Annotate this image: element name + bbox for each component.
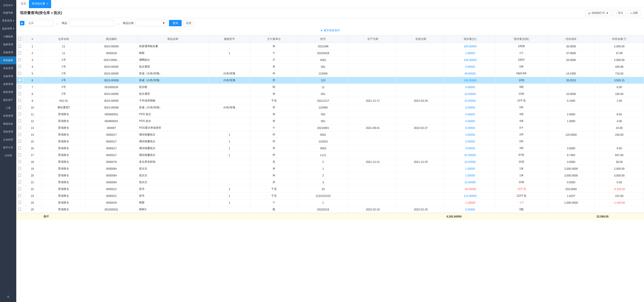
sidebar-item-fixed-assets[interactable]: 固定资产	[0, 96, 16, 104]
sidebar-item-ops[interactable]: 经营管理	[0, 112, 16, 120]
tab-home[interactable]: 首页	[18, 0, 29, 8]
goods-input[interactable]	[69, 20, 114, 26]
row-spec	[208, 118, 250, 125]
row-checkbox[interactable]	[16, 206, 23, 213]
row-checkbox[interactable]	[16, 84, 23, 91]
sidebar-item-finance[interactable]: 资金管理	[0, 64, 16, 72]
row-checkbox[interactable]	[16, 131, 23, 138]
row-stock-main[interactable]: 1.00000	[445, 172, 496, 179]
row-stock-main[interactable]: 3.00000	[445, 145, 496, 152]
row-stock-main[interactable]: 4.00000	[445, 118, 496, 125]
row-checkbox[interactable]	[16, 77, 23, 84]
row-stock-main[interactable]: 1.00000	[445, 50, 496, 57]
row-stock-main[interactable]: 0.00000	[445, 63, 496, 70]
row-checkbox[interactable]	[16, 186, 23, 193]
tab-inventory-batch[interactable]: 库存批次量 ✕	[29, 0, 51, 8]
row-stock-main[interactable]: 2.00000	[445, 131, 496, 138]
row-stock-main[interactable]: 10.00000	[445, 159, 496, 165]
sidebar-item-cloud[interactable]: 云应用	[0, 152, 16, 160]
sidebar-item-new-guide[interactable]: 新手引导	[0, 144, 16, 152]
row-checkbox[interactable]	[16, 111, 23, 118]
row-stock-main[interactable]: 0.00000	[445, 84, 496, 91]
row-checkbox[interactable]	[16, 193, 23, 199]
row-stock-main[interactable]: -1.00000	[445, 199, 496, 206]
row-goods-name: 测啊批次	[137, 57, 208, 63]
row-stock-main[interactable]: 0.00000	[445, 104, 496, 111]
row-checkbox[interactable]	[16, 125, 23, 131]
row-checkbox[interactable]	[16, 138, 23, 145]
sidebar-item-basic-info[interactable]: 基础信息	[0, 120, 16, 128]
row-checkbox[interactable]	[16, 63, 23, 70]
row-stock-main[interactable]: 4.00000	[445, 111, 496, 118]
row-checkbox[interactable]	[16, 104, 23, 111]
row-stock-main[interactable]: -16.00000	[445, 186, 496, 193]
row-warehouse: 晋省路仓	[42, 199, 86, 206]
row-checkbox[interactable]	[16, 91, 23, 97]
sidebar-item-general-ledger[interactable]: 总账管理	[0, 72, 16, 80]
row-stock-main[interactable]: 122.00000	[445, 193, 496, 199]
row-checkbox[interactable]	[16, 172, 23, 179]
row-checkbox[interactable]	[16, 50, 23, 57]
row-checkbox[interactable]	[16, 152, 23, 159]
sidebar-item-hr[interactable]: 工资	[0, 104, 16, 112]
sidebar-item-quick-nav[interactable]: 快捷导航	[0, 9, 16, 17]
row-checkbox[interactable]	[16, 118, 23, 125]
category-select[interactable]: ▼	[136, 20, 167, 26]
warehouse-input[interactable]	[26, 20, 54, 26]
total-amount: 32,589.05	[595, 213, 644, 220]
sidebar-item-tax[interactable]: 税务管理	[0, 88, 16, 96]
row-checkbox[interactable]	[16, 159, 23, 165]
row-checkbox[interactable]	[16, 97, 23, 104]
row-stock-main[interactable]: 49.60000	[445, 70, 496, 77]
row-warehouse: 晋省路仓	[42, 152, 86, 159]
row-stock-main[interactable]: 10.00000	[445, 91, 496, 97]
row-stock-main[interactable]: 0.00000	[445, 125, 496, 131]
sidebar-item-enterprise[interactable]: 企业协同	[0, 136, 16, 144]
row-stock-assist: 1米	[496, 165, 548, 172]
gear-icon[interactable]: ⚙	[5, 293, 11, 300]
sidebar-item-ecom[interactable]: 电商管理	[0, 41, 16, 49]
row-stock-main[interactable]: 1.00000	[445, 165, 496, 172]
row-checkbox[interactable]	[16, 199, 23, 206]
row-goods-code: 0000029	[86, 199, 137, 206]
row-total-amount: 10.00	[595, 125, 644, 131]
row-stock-main[interactable]: 100.00000	[445, 57, 496, 63]
row-checkbox[interactable]	[16, 43, 23, 50]
expand-more-conditions[interactable]: ▼ 展开更多条件	[20, 28, 640, 33]
row-stock-main[interactable]: 100.00000	[445, 77, 496, 84]
batch-print-button[interactable]: 🖨 按精细打印 ▼	[586, 10, 611, 16]
row-checkbox[interactable]	[16, 70, 23, 77]
row-unit-cost: 2.0000	[548, 111, 595, 118]
row-checkbox[interactable]	[16, 57, 23, 63]
tab-close-icon[interactable]: ✕	[46, 3, 48, 5]
sidebar-item-invoice[interactable]: 发票管理	[0, 80, 16, 88]
sidebar-item-wholesale[interactable]: 批发管理 ▾	[0, 25, 16, 33]
row-stock-main[interactable]: 10.00000	[445, 97, 496, 104]
sidebar-item-purchase[interactable]: 采购管理	[0, 49, 16, 56]
row-checkbox[interactable]	[16, 145, 23, 152]
row-checkbox[interactable]	[16, 165, 23, 172]
row-stock-main[interactable]: 0.00000	[445, 138, 496, 145]
row-checkbox[interactable]	[16, 179, 23, 186]
row-warehouse: 晋省路仓	[42, 159, 86, 165]
row-stock-main[interactable]: 10.00000	[445, 179, 496, 186]
query-button[interactable]: 查询	[169, 20, 182, 26]
sidebar-item-retail[interactable]: 零售管理 ▾	[0, 17, 16, 25]
more-icon: ≡	[630, 12, 632, 15]
filter-expand-arrow[interactable]: ▶	[20, 21, 24, 25]
row-goods-code: 0023-00005	[86, 63, 137, 70]
row-stock-main[interactable]: 87.00000	[445, 152, 496, 159]
row-no: 1	[23, 43, 42, 50]
row-stock-main[interactable]: 100.00000	[445, 43, 496, 50]
row-stock-main[interactable]: 0.00000	[445, 206, 496, 213]
sidebar-item-inventory[interactable]: 库存核算	[0, 56, 16, 64]
th-checkbox[interactable]	[16, 35, 23, 43]
sidebar-search[interactable]: 搜索菜单	[0, 2, 16, 9]
sidebar-item-mini-ecom[interactable]: 小额电商	[0, 33, 16, 41]
export-button[interactable]: ↑ 导出	[613, 10, 626, 16]
sidebar-item-system[interactable]: 系统管理	[0, 128, 16, 136]
more-button[interactable]: ≡ 后断	[628, 10, 640, 16]
select-all-checkbox[interactable]	[18, 37, 21, 40]
row-stock-assist: 10米	[496, 179, 548, 186]
settings-button[interactable]: 设置	[184, 20, 194, 26]
